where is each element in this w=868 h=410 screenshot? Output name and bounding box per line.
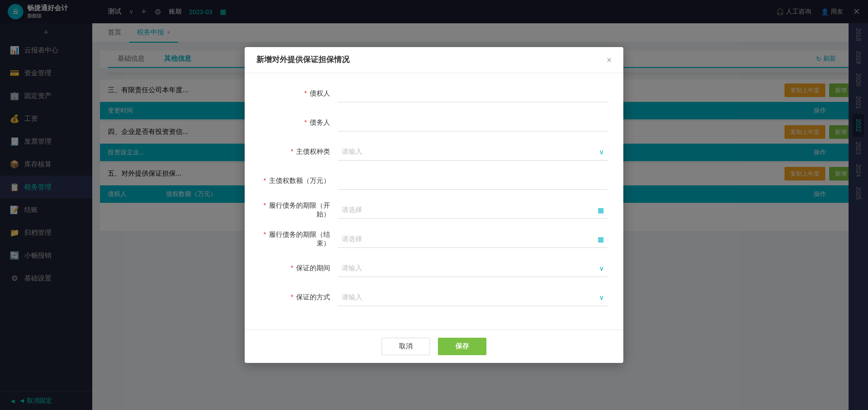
cancel-button[interactable]: 取消 (382, 338, 430, 355)
modal-dialog: 新增对外提供保证担保情况 × * 债权人 * 债务人 (245, 47, 623, 363)
guarantee-period-label: * 保证的期间 (260, 264, 338, 273)
modal-header: 新增对外提供保证担保情况 × (245, 47, 623, 73)
required-star-3: * (291, 148, 293, 155)
guarantee-period-arrow-icon: ∨ (599, 264, 604, 272)
required-star-6: * (264, 230, 266, 238)
perform-start-date[interactable]: 请选择 ▦ (338, 201, 608, 219)
modal-body: * 债权人 * 债务人 * 主债权种类 请输入 (245, 73, 623, 329)
guarantee-method-label: * 保证的方式 (260, 293, 338, 302)
required-star-7: * (291, 264, 293, 272)
guarantee-method-arrow-icon: ∨ (599, 294, 604, 301)
required-star-4: * (264, 177, 266, 184)
claim-type-placeholder: 请输入 (342, 148, 599, 156)
required-star-8: * (291, 293, 293, 301)
form-row-perform-end: * 履行债务的期限（结束） 请选择 ▦ (260, 230, 608, 248)
claim-type-select[interactable]: 请输入 ∨ (338, 143, 608, 161)
modal-footer: 取消 保存 (245, 329, 623, 363)
calendar-end-icon: ▦ (598, 235, 604, 243)
debtor-label: * 债务人 (260, 118, 338, 127)
guarantee-period-placeholder: 请输入 (342, 264, 599, 273)
guarantee-method-placeholder: 请输入 (342, 293, 599, 302)
claim-amount-label: * 主债权数额（万元） (260, 177, 338, 185)
calendar-start-icon: ▦ (598, 206, 604, 214)
claim-amount-input[interactable] (338, 172, 608, 190)
perform-start-placeholder: 请选择 (342, 206, 598, 214)
form-row-guarantee-period: * 保证的期间 请输入 ∨ (260, 260, 608, 277)
guarantee-period-select[interactable]: 请输入 ∨ (338, 260, 608, 277)
save-button[interactable]: 保存 (438, 338, 486, 355)
required-star: * (304, 89, 307, 97)
perform-end-date[interactable]: 请选择 ▦ (338, 230, 608, 248)
debtor-input[interactable] (338, 114, 608, 131)
required-star-2: * (304, 118, 307, 126)
form-row-guarantee-method: * 保证的方式 请输入 ∨ (260, 289, 608, 306)
modal-title: 新增对外提供保证担保情况 (256, 55, 350, 65)
form-row-creditor: * 债权人 (260, 85, 608, 102)
form-row-claim-type: * 主债权种类 请输入 ∨ (260, 143, 608, 161)
modal-close-button[interactable]: × (606, 56, 612, 65)
guarantee-method-select[interactable]: 请输入 ∨ (338, 289, 608, 306)
form-row-perform-start: * 履行债务的期限（开始） 请选择 ▦ (260, 201, 608, 219)
perform-end-label: * 履行债务的期限（结束） (260, 230, 338, 248)
creditor-input[interactable] (338, 85, 608, 102)
claim-type-label: * 主债权种类 (260, 148, 338, 156)
form-row-claim-amount: * 主债权数额（万元） (260, 172, 608, 190)
form-row-debtor: * 债务人 (260, 114, 608, 131)
perform-end-placeholder: 请选择 (342, 235, 598, 244)
modal-overlay: 新增对外提供保证担保情况 × * 债权人 * 债务人 (0, 0, 868, 410)
claim-type-arrow-icon: ∨ (599, 148, 604, 156)
creditor-label: * 债权人 (260, 89, 338, 98)
required-star-5: * (264, 201, 266, 209)
perform-start-label: * 履行债务的期限（开始） (260, 201, 338, 219)
